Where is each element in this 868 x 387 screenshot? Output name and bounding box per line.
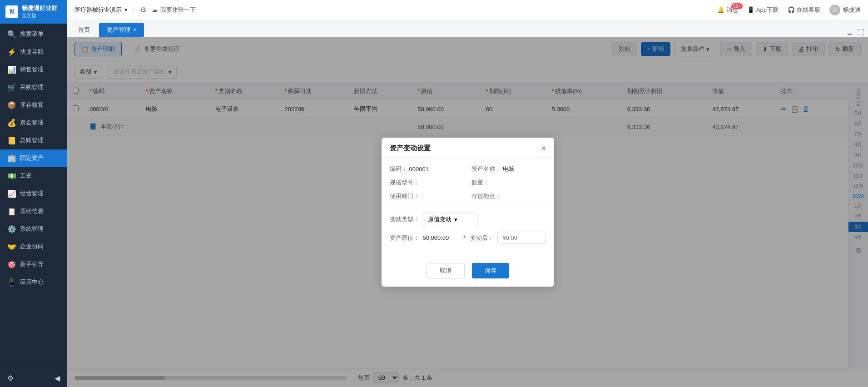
sidebar-item-label: 库存核算: [20, 101, 44, 109]
sidebar-item-search[interactable]: 🔍 搜索菜单: [0, 25, 67, 43]
sidebar-bottom: ⚙ ◀: [0, 369, 67, 387]
avatar: 人: [829, 5, 840, 15]
download-label: App下载: [756, 6, 779, 14]
logo-text-container: 畅捷通好业财 普及版: [22, 5, 57, 19]
sidebar-logo[interactable]: 财 畅捷通好业财 普及版: [0, 0, 67, 24]
required-star: *: [463, 234, 466, 241]
spec-label: 规格型号：: [390, 179, 419, 187]
sidebar-nav: 🔍 搜索菜单 ⚡ 快捷导航 📊 销售管理 🛒 采购管理 📦 库存核算 💰 资金管…: [0, 24, 67, 369]
target-icon: 🎯: [7, 260, 15, 269]
sidebar-item-label: 系统管理: [20, 225, 44, 233]
bell-icon: 🔔: [717, 6, 724, 13]
spec-field: 规格型号：: [390, 179, 464, 187]
experience-btn[interactable]: ☁ 我要体验一下: [152, 6, 196, 14]
tab-home[interactable]: 首页: [71, 23, 97, 37]
code-field: 编码： 000001: [390, 165, 464, 173]
asset-tab-label: 资产管理: [107, 26, 130, 34]
notifications-button[interactable]: 🔔 消息 99+: [717, 6, 738, 14]
name-field: 资产名称： 电脑: [471, 165, 546, 173]
tabbar: 首页 资产管理 × 🗕 ⛶: [67, 20, 868, 37]
settings-btn[interactable]: ⚙: [140, 5, 146, 14]
cart-icon: 🛒: [7, 83, 15, 92]
dialog-title: 资产变动设置: [390, 144, 431, 153]
settings-icon[interactable]: ⚙: [7, 374, 14, 382]
sidebar-collapse-button[interactable]: ◀: [55, 374, 60, 382]
sidebar-item-fund[interactable]: 💰 资金管理: [0, 114, 67, 132]
tabbar-right: 🗕 ⛶: [846, 29, 864, 37]
sidebar-item-sales[interactable]: 📊 销售管理: [0, 61, 67, 79]
box-icon: 📦: [7, 101, 15, 109]
main-area: 医疗器械行业演示 ▾ | ⚙ ☁ 我要体验一下 🔔 消息 99+ 📱 App下载…: [67, 0, 868, 387]
sidebar-item-label: 销售管理: [20, 65, 44, 74]
sidebar-item-purchase[interactable]: 🛒 采购管理: [0, 79, 67, 96]
sidebar-item-label: 工资: [20, 172, 32, 180]
sidebar-item-fixed[interactable]: 🏢 固定资产: [0, 149, 67, 167]
value-change-row: 资产原值： 50,000.00 * 变动后：: [390, 232, 546, 244]
dialog-body: 编码： 000001 资产名称： 电脑 规格型号：: [382, 158, 554, 258]
location-label: 存放地点：: [471, 192, 501, 200]
company-name: 医疗器械行业演示: [74, 6, 122, 14]
separator: |: [133, 6, 134, 13]
search-icon: 🔍: [7, 30, 15, 39]
tab-asset[interactable]: 资产管理 ×: [99, 23, 144, 37]
download-icon: 📱: [747, 6, 754, 13]
sidebar-item-label: 应用中心: [20, 278, 44, 286]
chevron-down-icon: ▾: [124, 6, 128, 13]
user-name: 畅捷通: [843, 6, 861, 14]
dialog-row-3: 使用部门： 存放地点：: [390, 192, 546, 200]
sidebar-item-salary[interactable]: 💵 工资: [0, 167, 67, 185]
topbar: 医疗器械行业演示 ▾ | ⚙ ☁ 我要体验一下 🔔 消息 99+ 📱 App下载…: [67, 0, 868, 20]
original-value-label: 资产原值：: [390, 234, 419, 242]
book-icon: 📒: [7, 136, 15, 145]
dialog-header: 资产变动设置 ×: [382, 138, 554, 158]
building-icon: 🏢: [7, 154, 15, 163]
dialog-overlay: 资产变动设置 × 编码： 000001 资产名称： 电脑: [67, 37, 868, 387]
change-type-select[interactable]: 原值变动 ▾: [423, 213, 477, 226]
tab-minimize-button[interactable]: 🗕: [846, 29, 853, 37]
sidebar-item-label: 基础信息: [20, 207, 44, 215]
headset-icon: 🎧: [788, 6, 795, 13]
company-selector[interactable]: 医疗器械行业演示 ▾: [74, 6, 128, 14]
close-icon[interactable]: ×: [133, 27, 136, 33]
home-label: 首页: [78, 26, 90, 34]
sidebar-item-label: 搜索菜单: [20, 30, 44, 38]
tab-expand-button[interactable]: ⛶: [857, 29, 864, 37]
after-label: 变动后：: [470, 234, 494, 242]
code-label: 编码：: [390, 165, 407, 173]
sidebar-item-inventory[interactable]: 📦 库存核算: [0, 96, 67, 114]
asset-name-label: 资产名称：: [471, 165, 501, 173]
sidebar-item-label: 资金管理: [20, 119, 44, 127]
sidebar-item-quicknav[interactable]: ⚡ 快捷导航: [0, 43, 67, 61]
notifications-badge: 99+: [731, 3, 743, 9]
chevron-down-icon: ▾: [454, 216, 457, 223]
sidebar-item-enterprise[interactable]: 🤝 企业协同: [0, 238, 67, 256]
app-edition: 普及版: [22, 12, 57, 19]
cancel-button[interactable]: 取消: [427, 263, 465, 278]
download-button[interactable]: 📱 App下载: [747, 6, 779, 14]
sidebar-item-appcenter[interactable]: 📱 应用中心: [0, 273, 67, 291]
experience-label: 我要体验一下: [160, 6, 196, 14]
salary-icon: 💵: [7, 172, 15, 180]
gear-icon: ⚙️: [7, 225, 15, 233]
after-value-input[interactable]: [497, 232, 546, 244]
dialog-close-button[interactable]: ×: [541, 144, 546, 153]
sidebar-item-basicinfo[interactable]: 📋 基础信息: [0, 203, 67, 220]
sidebar-item-operation[interactable]: 📈 经营管理: [0, 185, 67, 203]
sidebar-item-label: 企业协同: [20, 243, 44, 251]
sidebar-item-system[interactable]: ⚙️ 系统管理: [0, 220, 67, 238]
trend-icon: 📈: [7, 189, 15, 198]
dept-field: 使用部门：: [390, 192, 464, 200]
dialog-row-2: 规格型号： 数量：: [390, 179, 546, 187]
sidebar-item-newbie[interactable]: 🎯 新手引导: [0, 256, 67, 273]
user-menu[interactable]: 人 畅捷通: [829, 5, 861, 15]
sidebar: 财 畅捷通好业财 普及版 🔍 搜索菜单 ⚡ 快捷导航 📊 销售管理 🛒 采购管理…: [0, 0, 67, 387]
sidebar-item-label: 固定资产: [20, 154, 44, 162]
logo-icon: 财: [5, 5, 18, 18]
support-button[interactable]: 🎧 在线客服: [788, 6, 820, 14]
flash-icon: ⚡: [7, 48, 15, 56]
app-name: 畅捷通好业财: [22, 5, 57, 12]
list-icon: 📋: [7, 207, 15, 216]
save-button[interactable]: 保存: [472, 263, 509, 278]
chart-icon: 📊: [7, 65, 15, 74]
sidebar-item-ledger[interactable]: 📒 总账管理: [0, 132, 67, 149]
